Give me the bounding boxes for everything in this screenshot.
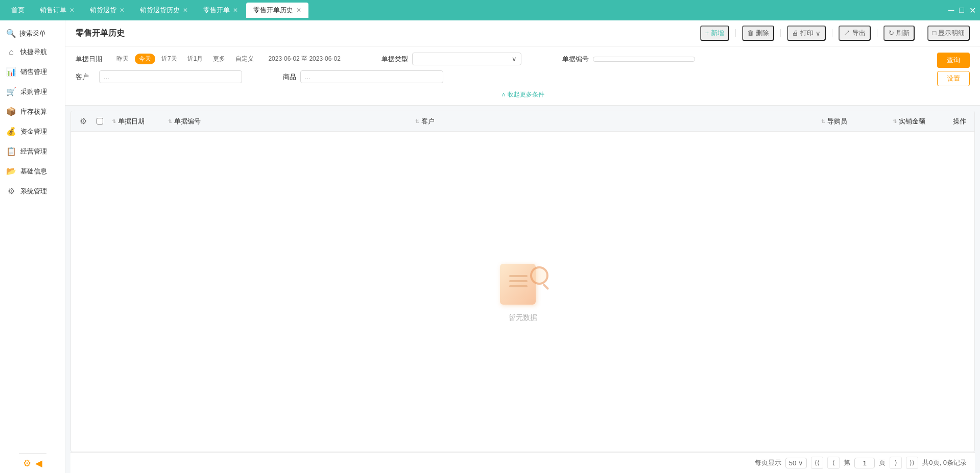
date-btn-today[interactable]: 今天 [135,54,155,64]
tab-home[interactable]: 首页 [4,3,32,18]
th-action-label: 操作 [953,117,966,126]
per-page-select[interactable]: 50 ∨ [785,458,807,468]
gear-icon: ⚙ [6,186,16,196]
doc-sn-input[interactable] [593,57,695,62]
sort-icon-amount: ⇅ [893,118,897,124]
date-btn-custom[interactable]: 自定义 [231,54,258,64]
tab-sales-order[interactable]: 销售订单 ✕ [33,3,82,18]
add-button[interactable]: + 新增 [700,26,729,41]
query-button[interactable]: 查询 [937,53,970,68]
page-next-btn[interactable]: ⟩ [890,457,902,469]
tab-retail-open-history-close[interactable]: ✕ [296,7,301,14]
sidebar-item-sales-mgmt[interactable]: 📊 销售管理 [0,62,65,82]
sidebar-item-system-mgmt-label: 系统管理 [20,187,47,196]
window-maximize-btn[interactable]: □ [959,6,964,15]
delete-button[interactable]: 🗑 删除 [742,26,774,41]
doc-type-filter-label: 单据类型 [381,55,408,64]
doc-type-select[interactable]: ∨ [412,53,521,65]
sidebar-setting-btn[interactable]: ⚙ [23,458,31,469]
window-close-btn[interactable]: ✕ [969,6,976,15]
tab-sales-order-label: 销售订单 [40,6,66,15]
divider-2 [780,29,781,37]
cart-icon: 🛒 [6,87,16,96]
th-amount[interactable]: ⇅ 实销金额 [868,117,929,126]
home-icon: ⌂ [6,47,16,57]
collapse-more-label: ∧ 收起更多条件 [501,90,544,99]
date-btn-last1m[interactable]: 近1月 [183,54,207,64]
refresh-button[interactable]: ↻ 刷新 [883,26,915,41]
tab-retail-open-history[interactable]: 零售开单历史 ✕ [246,3,308,18]
print-button[interactable]: 🖨 打印 ∨ [787,26,826,41]
sidebar-item-operations[interactable]: 📋 经营管理 [0,141,65,161]
per-page-value: 50 [789,459,796,467]
display-detail-button[interactable]: □ 显示明细 [927,26,970,41]
date-btn-yesterday[interactable]: 昨天 [112,54,133,64]
customer-input[interactable]: ... [99,70,242,83]
th-sn[interactable]: ⇅ 单据编号 [164,117,411,126]
th-date[interactable]: ⇅ 单据日期 [108,117,164,126]
empty-state: 暂无数据 [497,261,548,322]
tab-retail-open-close[interactable]: ✕ [233,7,238,14]
page-header: 零售开单历史 + 新增 🗑 删除 🖨 打印 ∨ ↗ 导出 ↻ 刷新 □ 显示明细 [65,20,980,46]
page-prev-btn[interactable]: ⟨ [827,457,840,469]
sidebar-item-inventory[interactable]: 📦 库存核算 [0,102,65,121]
th-date-label: 单据日期 [118,117,145,126]
sidebar-item-base-info[interactable]: 📂 基础信息 [0,161,65,181]
page-first-btn[interactable]: ⟨⟨ [811,457,823,469]
sort-icon-sn: ⇅ [168,118,172,124]
select-all-input[interactable] [97,118,103,125]
sidebar-item-finance[interactable]: 💰 资金管理 [0,121,65,141]
page-label: 第 [844,458,850,467]
folder-icon: 📂 [6,166,16,176]
product-input[interactable]: ... [300,70,443,83]
divider-3 [832,29,832,37]
doc-line-3 [509,285,528,287]
page-input[interactable] [854,458,875,468]
sidebar-item-operations-label: 经营管理 [20,147,47,156]
date-btn-more[interactable]: 更多 [209,54,229,64]
th-amount-label: 实销金额 [899,117,925,126]
page-last-btn[interactable]: ⟩⟩ [906,457,918,469]
page-title: 零售开单历史 [76,28,125,39]
tab-sales-return-history-close[interactable]: ✕ [183,7,188,14]
tab-sales-return[interactable]: 销货退货 ✕ [83,3,132,18]
date-btn-last7[interactable]: 近7天 [157,54,181,64]
content-area: 零售开单历史 + 新增 🗑 删除 🖨 打印 ∨ ↗ 导出 ↻ 刷新 □ 显示明细 [65,20,980,473]
per-page-arrow: ∨ [798,459,803,467]
th-customer[interactable]: ⇅ 客户 [411,117,817,126]
sidebar-search[interactable]: 🔍 搜索采单 [0,24,65,42]
date-filter-label: 单据日期 [76,55,102,64]
th-guide[interactable]: ⇅ 导购员 [817,117,868,126]
collapse-more-btn[interactable]: ∧ 收起更多条件 [76,90,970,99]
export-button[interactable]: ↗ 导出 [839,26,871,41]
table-wrapper: ⚙ ⇅ 单据日期 ⇅ 单据编号 ⇅ 客户 [70,111,975,452]
table-select-all-checkbox[interactable] [91,118,108,125]
page-suffix: 页 [879,458,886,467]
filter-setting-button[interactable]: 设置 [937,71,970,86]
sidebar-item-quick-nav[interactable]: ⌂ 快捷导航 [0,42,65,62]
sidebar-item-system-mgmt[interactable]: ⚙ 系统管理 [0,181,65,201]
sidebar-item-sales-mgmt-label: 销售管理 [20,67,47,77]
product-filter-label: 商品 [283,72,296,82]
sidebar-collapse-btn[interactable]: ◀ [35,458,42,469]
sidebar-item-purchase-mgmt-label: 采购管理 [20,87,47,96]
divider-4 [877,29,877,37]
box-icon: 📦 [6,107,16,116]
window-minimize-btn[interactable]: ─ [948,6,954,15]
clipboard-icon: 📋 [6,146,16,156]
doc-shape [500,264,536,305]
magnifier-icon [530,266,548,285]
divider-5 [921,29,921,37]
pagination: 每页显示 50 ∨ ⟨⟨ ⟨ 第 页 ⟩ ⟩⟩ 共0页, 0条记录 [70,452,975,473]
th-sn-label: 单据编号 [174,117,201,126]
table-settings-btn[interactable]: ⚙ [75,116,91,126]
tab-sales-return-close[interactable]: ✕ [119,7,125,14]
tab-retail-open[interactable]: 零售开单 ✕ [196,3,245,18]
sidebar-item-purchase-mgmt[interactable]: 🛒 采购管理 [0,82,65,102]
tab-retail-open-history-label: 零售开单历史 [253,6,293,15]
tab-sales-return-history[interactable]: 销货退货历史 ✕ [133,3,195,18]
customer-filter-label: 客户 [76,72,89,82]
tab-sales-order-close[interactable]: ✕ [69,7,75,14]
sort-icon-guide: ⇅ [821,118,825,124]
tab-home-label: 首页 [11,6,25,15]
